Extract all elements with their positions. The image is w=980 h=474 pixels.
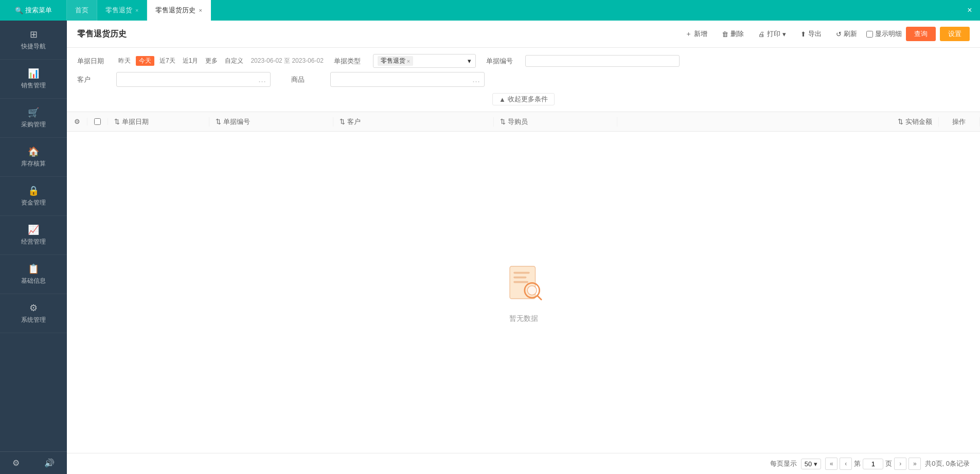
inventory-icon: 🏠 (28, 146, 39, 157)
svg-point-5 (527, 285, 537, 295)
sidebar-settings-btn[interactable]: ⚙ (12, 458, 20, 468)
type-tag-close[interactable]: × (407, 58, 410, 64)
svg-rect-1 (513, 271, 529, 274)
add-btn[interactable]: ＋ 新增 (680, 27, 712, 41)
date-btn-custom[interactable]: 自定义 (223, 56, 245, 66)
goods-filter-label: 商品 (291, 75, 320, 84)
collapse-btn[interactable]: ▲ 收起更多条件 (492, 93, 555, 105)
add-label: 新增 (694, 29, 707, 39)
svg-rect-2 (513, 276, 526, 278)
th-num[interactable]: ⇅ 单据编号 (209, 117, 333, 126)
search-menu-btn[interactable]: 🔍 搜索菜单 (9, 6, 58, 15)
sort-guide-icon: ⇅ (500, 118, 506, 125)
sidebar-item-quick-nav[interactable]: ⊞ 快捷导航 (0, 21, 67, 60)
sort-customer-icon: ⇅ (340, 118, 345, 125)
show-detail-checkbox[interactable] (866, 31, 873, 38)
tab-retail-return-close[interactable]: × (135, 7, 138, 13)
refresh-label: 刷新 (844, 29, 857, 39)
goods-dots: ... (472, 74, 480, 85)
date-btn-7days[interactable]: 近7天 (157, 56, 177, 66)
refresh-btn[interactable]: ↺ 刷新 (831, 27, 862, 41)
th-amount-label: 实销金额 (905, 117, 932, 126)
refresh-icon: ↺ (836, 30, 842, 38)
tab-retail-return-history[interactable]: 零售退货历史 × (147, 0, 210, 21)
sidebar-sound-btn[interactable]: 🔊 (44, 458, 55, 468)
ops-mgmt-icon: 📈 (28, 224, 39, 235)
print-dropdown-icon: ▾ (782, 30, 786, 38)
customer-filter-input[interactable]: ... (116, 72, 271, 87)
sidebar-item-basic-info[interactable]: 📋 基础信息 (0, 255, 67, 294)
th-date-label: 单据日期 (122, 117, 149, 126)
page-first-btn[interactable]: « (825, 458, 838, 470)
page-label: 第 (854, 459, 861, 468)
sidebar-item-ops-mgmt[interactable]: 📈 经营管理 (0, 216, 67, 255)
print-icon: 🖨 (758, 30, 765, 38)
page-last-btn[interactable]: » (908, 458, 921, 470)
quick-nav-icon: ⊞ (30, 29, 38, 40)
date-btn-1month[interactable]: 近1月 (181, 56, 201, 66)
page-size-label: 每页显示 (770, 459, 797, 468)
page-size-select[interactable]: 50 ▾ (801, 459, 821, 469)
sidebar-item-sales-mgmt[interactable]: 📊 销售管理 (0, 60, 67, 99)
delete-btn[interactable]: 🗑 删除 (717, 27, 749, 41)
top-bar: 🔍 搜索菜单 首页 零售退货 × 零售退货历史 × × (0, 0, 980, 21)
print-label: 打印 (767, 29, 780, 39)
page-number-input[interactable] (863, 459, 883, 469)
sidebar-item-ops-mgmt-label: 经营管理 (21, 238, 46, 246)
select-all-checkbox[interactable] (94, 118, 101, 125)
sidebar-item-purchase-mgmt[interactable]: 🛒 采购管理 (0, 99, 67, 138)
th-checkbox[interactable] (87, 118, 108, 125)
th-guide-label: 导购员 (508, 117, 528, 126)
th-action-label: 操作 (952, 117, 966, 126)
type-dropdown-icon: ▾ (468, 57, 471, 65)
main-layout: ⊞ 快捷导航 📊 销售管理 🛒 采购管理 🏠 库存核算 🔒 资金管理 📈 经营管… (0, 21, 980, 474)
search-menu-area[interactable]: 🔍 搜索菜单 (0, 0, 67, 21)
sidebar: ⊞ 快捷导航 📊 销售管理 🛒 采购管理 🏠 库存核算 🔒 资金管理 📈 经营管… (0, 21, 67, 474)
goods-filter-input[interactable]: ... (330, 72, 485, 87)
type-filter-label: 单据类型 (334, 57, 363, 66)
date-btn-more[interactable]: 更多 (203, 56, 220, 66)
tab-retail-return[interactable]: 零售退货 × (97, 0, 147, 21)
th-action: 操作 (939, 117, 980, 126)
page-nav: « ‹ 第 页 › » (825, 458, 921, 470)
sidebar-item-quick-nav-label: 快捷导航 (21, 42, 46, 51)
svg-rect-3 (513, 281, 528, 283)
customer-filter-label: 客户 (77, 75, 106, 84)
page-prev-btn[interactable]: ‹ (840, 458, 852, 470)
tab-home[interactable]: 首页 (67, 0, 97, 21)
print-btn[interactable]: 🖨 打印 ▾ (753, 27, 791, 41)
empty-state-svg (501, 262, 547, 308)
tab-retail-return-history-close[interactable]: × (199, 7, 202, 13)
type-filter-select[interactable]: 零售退货 × ▾ (373, 54, 476, 68)
sidebar-item-sales-mgmt-label: 销售管理 (21, 81, 46, 90)
date-filter-label: 单据日期 (77, 57, 106, 66)
sidebar-item-finance-mgmt[interactable]: 🔒 资金管理 (0, 177, 67, 216)
sidebar-item-inventory[interactable]: 🏠 库存核算 (0, 138, 67, 177)
sidebar-item-inventory-label: 库存核算 (21, 159, 46, 168)
page-unit: 页 (885, 459, 892, 468)
empty-text: 暂无数据 (509, 314, 538, 323)
th-amount[interactable]: ⇅ 实销金额 (852, 117, 939, 126)
sys-mgmt-icon: ⚙ (29, 302, 38, 314)
th-settings[interactable]: ⚙ (67, 118, 87, 125)
tab-home-label: 首页 (75, 6, 88, 15)
date-btn-today[interactable]: 今天 (136, 56, 154, 66)
show-detail-checkbox-label[interactable]: 显示明细 (866, 29, 902, 39)
export-btn[interactable]: ⬆ 导出 (795, 27, 827, 41)
page-next-btn[interactable]: › (894, 458, 906, 470)
sidebar-item-purchase-mgmt-label: 采购管理 (21, 120, 46, 129)
set-btn[interactable]: 设置 (940, 27, 970, 41)
window-close-btn[interactable]: × (959, 0, 980, 21)
close-icon: × (967, 6, 972, 15)
th-date[interactable]: ⇅ 单据日期 (108, 117, 209, 126)
filter-row-2: 客户 ... 商品 ... (77, 72, 970, 87)
collapse-icon: ▲ (499, 96, 506, 103)
th-guide[interactable]: ⇅ 导购员 (494, 117, 617, 126)
th-customer[interactable]: ⇅ 客户 (333, 117, 494, 126)
query-btn[interactable]: 查询 (906, 27, 936, 41)
sidebar-item-sys-mgmt-label: 系统管理 (21, 316, 46, 324)
order-no-input[interactable] (525, 55, 680, 67)
sidebar-item-sys-mgmt[interactable]: ⚙ 系统管理 (0, 294, 67, 333)
date-btn-yesterday[interactable]: 昨天 (116, 56, 133, 66)
add-icon: ＋ (685, 29, 692, 39)
